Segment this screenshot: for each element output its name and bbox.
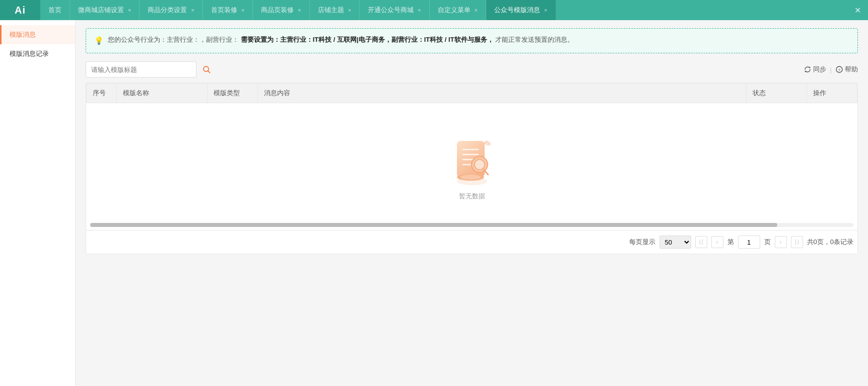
nav-label-home-decor: 首页装修 xyxy=(211,6,237,15)
next-page-icon: › xyxy=(780,239,782,246)
nav-close-open-mall[interactable]: × xyxy=(418,7,421,13)
nav-label-open-mall: 开通公众号商城 xyxy=(368,6,414,15)
nav-item-open-mall[interactable]: 开通公众号商城 × xyxy=(360,0,429,20)
search-icon xyxy=(203,65,211,73)
content-area: 💡 您的公众号行业为：主营行业：，副营行业： 需要设置为：主营行业：IT科技 /… xyxy=(76,20,868,386)
next-page-button[interactable]: › xyxy=(775,236,787,248)
info-banner: 💡 您的公众号行业为：主营行业：，副营行业： 需要设置为：主营行业：IT科技 /… xyxy=(86,28,858,53)
page-label-before: 第 xyxy=(727,238,734,247)
sidebar: 模版消息 模版消息记录 xyxy=(0,20,76,386)
nav-label-shop-theme: 店铺主题 xyxy=(318,6,344,15)
main-layout: 模版消息 模版消息记录 💡 您的公众号行业为：主营行业：，副营行业： 需要设置为… xyxy=(0,20,868,386)
nav-item-home-decor[interactable]: 首页装修 × xyxy=(203,0,253,20)
page-label-after: 页 xyxy=(764,238,771,247)
info-suffix: 才能正常发送预置的消息。 xyxy=(495,36,574,43)
empty-state: 暂无数据 xyxy=(87,103,857,221)
search-bar: 同步 | ? 帮助 xyxy=(86,61,858,78)
empty-text: 暂无数据 xyxy=(87,192,857,201)
empty-row: 暂无数据 xyxy=(87,103,857,221)
col-name: 模版名称 xyxy=(117,84,208,103)
nav-item-template-msg[interactable]: 公众号模版消息 × xyxy=(486,0,556,20)
first-page-button[interactable]: ⟨⟨ xyxy=(695,236,707,248)
scroll-track-container xyxy=(86,221,857,230)
info-highlight: 需要设置为：主营行业：IT科技 / 互联网|电子商务，副营行业：IT科技 / I… xyxy=(241,36,494,43)
last-page-button[interactable]: ⟩⟩ xyxy=(791,236,803,248)
nav-label-template-msg: 公众号模版消息 xyxy=(494,6,540,15)
col-status: 状态 xyxy=(747,84,807,103)
close-all-icon: ✕ xyxy=(854,6,861,15)
nav-item-home[interactable]: 首页 xyxy=(40,0,70,20)
data-table: 序号 模版名称 模版类型 消息内容 状态 操作 xyxy=(86,83,857,221)
table-wrapper: 序号 模版名称 模版类型 消息内容 状态 操作 xyxy=(86,83,858,254)
last-page-icon: ⟩⟩ xyxy=(794,239,799,246)
scroll-track[interactable] xyxy=(90,223,853,227)
nav-label-wshop: 微商城店铺设置 xyxy=(78,6,124,15)
sync-button[interactable]: 同步 xyxy=(804,65,826,74)
svg-line-1 xyxy=(208,71,210,73)
prev-page-icon: ‹ xyxy=(716,239,718,246)
help-button[interactable]: ? 帮助 xyxy=(836,65,858,74)
nav-item-product-decor[interactable]: 商品页装修 × xyxy=(253,0,309,20)
nav-label-product-decor: 商品页装修 xyxy=(261,6,294,15)
sidebar-label-template-msg: 模版消息 xyxy=(10,31,36,38)
tip-icon: 💡 xyxy=(94,35,104,47)
sidebar-item-template-msg[interactable]: 模版消息 xyxy=(0,25,75,44)
svg-point-14 xyxy=(475,160,485,170)
col-action: 操作 xyxy=(807,84,857,103)
sync-label: 同步 xyxy=(813,65,826,74)
nav-label-custom-menu: 自定义菜单 xyxy=(438,6,471,15)
search-bar-right: 同步 | ? 帮助 xyxy=(804,65,858,74)
info-banner-text: 您的公众号行业为：主营行业：，副营行业： 需要设置为：主营行业：IT科技 / 互… xyxy=(108,35,574,45)
page-size-select[interactable]: 50 20 10 xyxy=(659,236,691,249)
logo-text: Ai xyxy=(15,5,26,16)
col-type: 模版类型 xyxy=(208,84,258,103)
prev-page-button[interactable]: ‹ xyxy=(711,236,723,248)
nav-close-wshop[interactable]: × xyxy=(128,7,131,13)
scroll-thumb xyxy=(90,223,777,227)
nav-item-product-category[interactable]: 商品分类设置 × xyxy=(140,0,203,20)
table-header-row: 序号 模版名称 模版类型 消息内容 状态 操作 xyxy=(87,84,857,103)
svg-text:?: ? xyxy=(838,68,841,72)
page-number-input[interactable] xyxy=(738,236,760,249)
nav-item-wshop-setting[interactable]: 微商城店铺设置 × xyxy=(70,0,140,20)
sidebar-item-template-msg-log[interactable]: 模版消息记录 xyxy=(0,44,75,63)
svg-point-8 xyxy=(460,175,481,180)
search-bar-left xyxy=(86,61,215,78)
search-button[interactable] xyxy=(198,61,215,78)
nav-close-home-decor[interactable]: × xyxy=(241,7,244,13)
nav-close-shop-theme[interactable]: × xyxy=(348,7,351,13)
search-input[interactable] xyxy=(86,61,196,78)
app-logo: Ai xyxy=(0,0,40,20)
empty-illustration xyxy=(447,133,497,184)
nav-label-home: 首页 xyxy=(48,6,61,15)
info-prefix: 您的公众号行业为：主营行业：，副营行业： xyxy=(108,36,239,43)
nav-close-template-msg[interactable]: × xyxy=(544,7,547,13)
toolbar-divider: | xyxy=(830,66,832,73)
first-page-icon: ⟨⟨ xyxy=(699,239,704,246)
help-label: 帮助 xyxy=(845,65,858,74)
help-icon: ? xyxy=(836,66,843,73)
total-label: 共0页，0条记录 xyxy=(807,238,853,247)
sync-icon xyxy=(804,66,811,73)
sidebar-label-template-msg-log: 模版消息记录 xyxy=(10,50,49,57)
col-index: 序号 xyxy=(87,84,117,103)
page-size-label: 每页显示 xyxy=(629,238,655,247)
nav-close-custom-menu[interactable]: × xyxy=(475,7,478,13)
nav-label-category: 商品分类设置 xyxy=(148,6,187,15)
top-navigation: Ai 首页 微商城店铺设置 × 商品分类设置 × 首页装修 × 商品页装修 × … xyxy=(0,0,868,20)
col-content: 消息内容 xyxy=(258,84,747,103)
pagination-bar: 每页显示 50 20 10 ⟨⟨ ‹ 第 页 › xyxy=(86,230,857,254)
nav-close-product-decor[interactable]: × xyxy=(298,7,301,13)
nav-item-custom-menu[interactable]: 自定义菜单 × xyxy=(430,0,486,20)
nav-close-category[interactable]: × xyxy=(191,7,194,13)
nav-item-shop-theme[interactable]: 店铺主题 × xyxy=(310,0,360,20)
close-all-tabs-button[interactable]: ✕ xyxy=(847,6,868,15)
